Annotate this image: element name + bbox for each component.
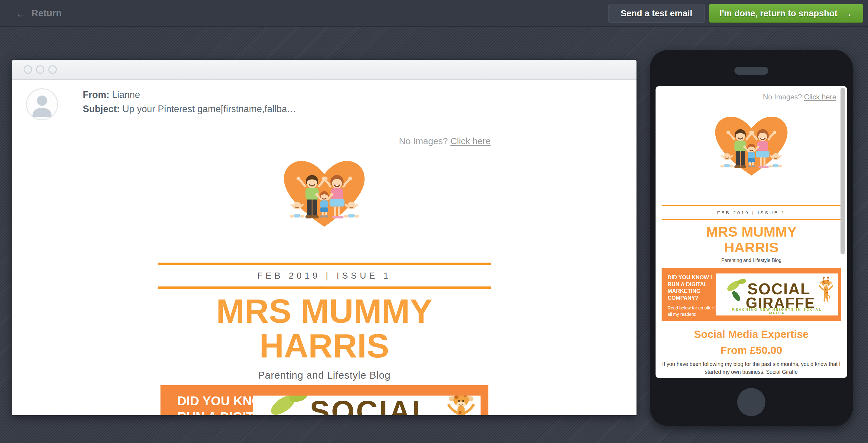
social-giraffe-logo: SOCIAL GIRAFFE (256, 395, 477, 415)
phone-newsletter-title: MRS MUMMY HARRIS (700, 224, 803, 255)
from-row: From: Lianne (83, 88, 296, 102)
phone-social-giraffe-logo: SOCIAL GIRAFFE (720, 275, 834, 310)
phone-scrollbar[interactable] (840, 88, 845, 254)
from-label: From: (83, 90, 110, 100)
phone-giraffe-icon (819, 277, 832, 301)
desktop-email-preview: From: Lianne Subject: Up your Pinterest … (12, 60, 637, 415)
return-button[interactable]: ← Return (16, 0, 62, 27)
phone-issue-divider-bottom (661, 219, 841, 220)
heart-family-logo (158, 157, 491, 232)
subject-label: Subject: (83, 104, 120, 114)
phone-speaker (735, 67, 768, 75)
topbar: ← Return Send a test email I'm done, ret… (0, 0, 868, 27)
send-test-email-label: Send a test email (621, 8, 692, 19)
social-giraffe-logo-box: SOCIAL GIRAFFE REACHING NEW HEIGHTS IN S… (253, 395, 480, 415)
logo-word-social: SOCIAL (310, 395, 432, 415)
newsletter-subtitle: Parenting and Lifestyle Blog (158, 370, 491, 381)
phone-banner-subtext: Read below for an offer for all my reade… (668, 305, 720, 317)
newsletter-title: MRS MUMMY HARRIS (200, 294, 448, 363)
email-meta-lines: From: Lianne Subject: Up your Pinterest … (83, 88, 296, 116)
promo-banner: DID YOU KNOW I RUN A DIGITAL MARKETING C… (160, 385, 488, 415)
no-images-text: No Images? (399, 136, 448, 146)
issue-line: FEB 2019 | ISSUE 1 (158, 271, 491, 281)
sender-avatar (26, 88, 58, 120)
phone-screen: No Images? Click here FEB 2019 | ISSUE 1… (655, 86, 847, 378)
window-control-dot (36, 65, 44, 74)
subject-row: Subject: Up your Pinterest game[firstnam… (83, 102, 296, 116)
window-control-dot (49, 65, 57, 74)
click-here-link[interactable]: Click here (450, 136, 491, 146)
person-icon (27, 89, 57, 119)
browser-chrome-bar (12, 60, 637, 80)
email-meta-header: From: Lianne Subject: Up your Pinterest … (12, 80, 637, 129)
phone-logo-tagline: REACHING NEW HEIGHTS IN SOCIAL MEDIA (727, 308, 827, 315)
arrow-right-icon: → (842, 7, 852, 19)
phone-click-here-link[interactable]: Click here (804, 93, 836, 101)
topbar-actions: Send a test email I'm done, return to sn… (609, 4, 863, 23)
phone-no-images-notice: No Images? Click here (655, 93, 836, 101)
phone-issue-divider-top (661, 205, 841, 206)
issue-divider-bottom (158, 286, 491, 289)
send-test-email-button[interactable]: Send a test email (609, 4, 705, 23)
phone-issue-line: FEB 2019 | ISSUE 1 (655, 210, 847, 215)
phone-newsletter-subtitle: Parenting and Lifestyle Blog (655, 258, 847, 263)
giraffe-icon (448, 395, 473, 415)
subject-value: Up your Pinterest game[firstname,fallba… (122, 104, 296, 114)
done-label: I'm done, return to snapshot (720, 8, 837, 19)
from-value: Lianne (112, 90, 140, 100)
phone-heart-family-logo (655, 113, 847, 181)
phone-mockup: No Images? Click here FEB 2019 | ISSUE 1… (650, 50, 853, 426)
phone-social-giraffe-logo-box: SOCIAL GIRAFFE REACHING NEW HEIGHTS IN S… (716, 274, 838, 315)
done-return-snapshot-button[interactable]: I'm done, return to snapshot → (709, 4, 863, 23)
phone-offer-heading: Social Media Expertise From £50.00 (680, 326, 823, 358)
email-body: No Images? Click here FEB 2019 | ISSUE 1… (12, 136, 637, 415)
back-arrow-icon: ← (16, 8, 27, 19)
phone-home-button[interactable] (738, 388, 766, 416)
phone-promo-banner: DID YOU KNOW I RUN A DIGITAL MARKETING C… (661, 268, 841, 321)
window-control-dot (24, 65, 32, 74)
phone-body-paragraph: If you have been following my blog for t… (660, 360, 842, 376)
phone-banner-heading: DID YOU KNOW I RUN A DIGITAL MARKETING C… (668, 274, 720, 301)
return-label: Return (31, 8, 62, 19)
issue-divider-top (158, 262, 491, 265)
phone-no-images-text: No Images? (763, 93, 802, 101)
no-images-notice: No Images? Click here (158, 136, 491, 146)
phone-logo-word-giraffe: GIRAFFE (746, 295, 815, 310)
